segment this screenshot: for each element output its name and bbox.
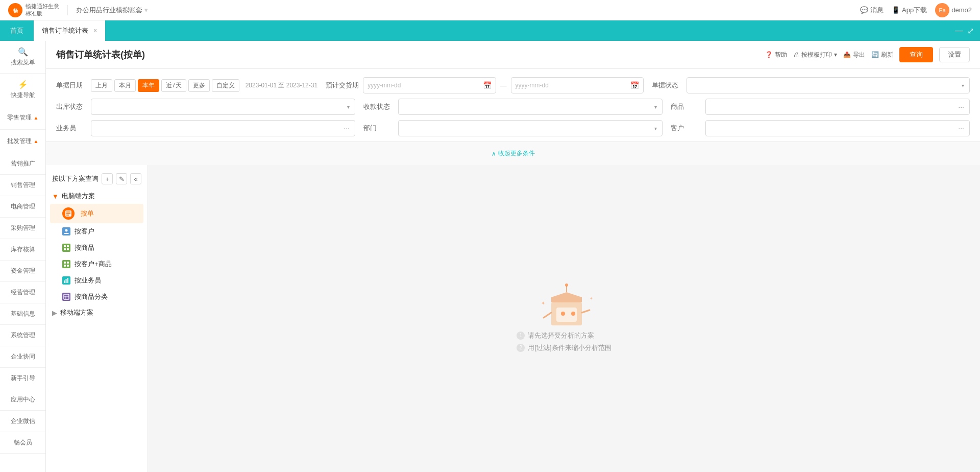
- last7-btn[interactable]: 近7天: [161, 79, 186, 92]
- panel-toolbar: 按以下方案查询 + ✎ «: [46, 171, 148, 188]
- tab-close-btn[interactable]: ×: [93, 27, 97, 34]
- refresh-btn[interactable]: 🔄 刷新: [871, 51, 893, 59]
- order-status-label: 单据状态: [652, 81, 682, 90]
- date-filter-group: 单据日期 上月 本月 本年 近7天 更多 自定义 2023-01-01 至 20…: [56, 79, 317, 92]
- customer-select[interactable]: ···: [705, 120, 970, 136]
- sidebar-item-marketing[interactable]: 营销推广: [0, 153, 45, 175]
- payment-label: 收款状态: [363, 102, 394, 111]
- svg-line-29: [544, 313, 551, 318]
- scheme-item-by-goods[interactable]: 按商品: [50, 240, 143, 256]
- custom-btn[interactable]: 自定义: [212, 79, 239, 92]
- messages-btn[interactable]: 💬 消息: [860, 6, 884, 15]
- edit-scheme-btn[interactable]: ✎: [116, 173, 127, 184]
- scheme-group-mobile-expand-icon: ▶: [52, 309, 57, 317]
- sidebar-item-wechat[interactable]: 企业微信: [0, 411, 45, 432]
- main-layout: 🔍 搜索菜单 ⚡ 快捷导航 零售管理 ▲ 批发管理 ▲ 营销推广 销售管理 电商…: [0, 41, 980, 472]
- expected-date-end[interactable]: yyyy-mm-dd 📅: [511, 77, 644, 93]
- maximize-icon[interactable]: ⤢: [967, 26, 974, 36]
- print-btn[interactable]: 🖨 按模板打印 ▾: [793, 51, 837, 59]
- prev-month-btn[interactable]: 上月: [91, 79, 112, 92]
- salesperson-select[interactable]: ···: [91, 120, 355, 136]
- goods-dots-icon: ···: [958, 103, 964, 111]
- export-icon: 📤: [843, 51, 851, 58]
- date-label: 单据日期: [56, 81, 87, 90]
- order-status-chevron-icon: ▾: [962, 83, 964, 88]
- svg-point-25: [561, 312, 565, 316]
- sidebar-item-guide[interactable]: 新手引导: [0, 368, 45, 389]
- svg-marker-22: [551, 292, 567, 302]
- sidebar-item-operation[interactable]: 经营管理: [0, 282, 45, 303]
- filter-section: 单据日期 上月 本月 本年 近7天 更多 自定义 2023-01-01 至 20…: [46, 69, 980, 141]
- sidebar: 🔍 搜索菜单 ⚡ 快捷导航 零售管理 ▲ 批发管理 ▲ 营销推广 销售管理 电商…: [0, 41, 46, 472]
- svg-rect-12: [67, 262, 69, 264]
- svg-marker-23: [567, 292, 582, 302]
- logo-icon: 畅: [8, 3, 22, 17]
- sidebar-item-finance[interactable]: 资金管理: [0, 261, 45, 282]
- sidebar-item-wholesale[interactable]: 批发管理 ▲: [0, 130, 45, 153]
- sidebar-item-ecommerce[interactable]: 电商管理: [0, 196, 45, 218]
- delivery-status-select[interactable]: ▾: [91, 99, 355, 115]
- payment-status-select[interactable]: ▾: [398, 99, 663, 115]
- logo-area[interactable]: 畅 畅捷通好生意 标准版: [8, 3, 59, 17]
- scheme-item-by-salesperson[interactable]: 按业务员: [50, 272, 143, 289]
- goods-group: 商品 ···: [671, 99, 970, 115]
- sidebar-item-retail[interactable]: 零售管理 ▲: [0, 106, 45, 130]
- sidebar-item-membership[interactable]: 畅会员: [0, 432, 45, 454]
- app-download-btn[interactable]: 📱 App下载: [892, 6, 927, 15]
- help-btn[interactable]: ❓ 帮助: [765, 51, 787, 59]
- payment-chevron-icon: ▾: [654, 104, 657, 110]
- tab-home[interactable]: 首页: [0, 20, 34, 41]
- page-header: 销售订单统计表(按单) ❓ 帮助 🖨 按模板打印 ▾ 📤 导出 🔄 刷新: [46, 41, 980, 69]
- collapse-icon: ∧: [492, 150, 496, 157]
- scheme-item-by-customer[interactable]: 按客户: [50, 223, 143, 240]
- scheme-group-mobile-header[interactable]: ▶ 移动端方案: [50, 305, 143, 320]
- sidebar-item-enterprise[interactable]: 企业协同: [0, 346, 45, 368]
- collapse-btn[interactable]: ∧ 收起更多条件: [492, 145, 535, 162]
- customer-label: 客户: [671, 124, 701, 133]
- collapse-panel-btn[interactable]: «: [130, 173, 141, 184]
- sidebar-item-shortcuts[interactable]: ⚡ 快捷导航: [0, 74, 45, 106]
- scheme-icon-by-customer: [62, 227, 70, 235]
- collapse-bar: ∧ 收起更多条件: [46, 141, 980, 165]
- sidebar-item-purchase[interactable]: 采购管理: [0, 218, 45, 239]
- calendar-end-icon: 📅: [630, 81, 639, 89]
- sidebar-item-search[interactable]: 🔍 搜索菜单: [0, 41, 45, 74]
- query-btn[interactable]: 查询: [899, 47, 933, 62]
- print-icon: 🖨: [793, 51, 799, 58]
- filter-row-1: 单据日期 上月 本月 本年 近7天 更多 自定义 2023-01-01 至 20…: [56, 77, 970, 93]
- scheme-group-pc-header[interactable]: ▼ 电脑端方案: [50, 188, 143, 204]
- search-icon: 🔍: [18, 47, 28, 57]
- logo-text: 畅捷通好生意 标准版: [26, 3, 59, 16]
- sidebar-item-sales[interactable]: 销售管理: [0, 175, 45, 196]
- department-select[interactable]: ▾: [398, 120, 663, 136]
- add-scheme-btn[interactable]: +: [102, 173, 113, 184]
- settings-btn[interactable]: 设置: [939, 47, 970, 62]
- svg-text:✦: ✦: [541, 300, 545, 306]
- user-profile-btn[interactable]: Ea demo2: [935, 3, 972, 17]
- svg-line-30: [582, 310, 590, 313]
- scheme-item-by-customer-goods[interactable]: 按客户+商品: [50, 256, 143, 272]
- scheme-item-by-goods-category[interactable]: 按商品分类: [50, 289, 143, 305]
- svg-rect-14: [67, 265, 69, 267]
- header-left: 畅 畅捷通好生意 标准版 办公用品行业模拟账套 ▾: [8, 3, 148, 17]
- sidebar-item-apps[interactable]: 应用中心: [0, 389, 45, 411]
- export-btn[interactable]: 📤 导出: [843, 51, 865, 59]
- svg-point-28: [565, 284, 568, 287]
- minimize-icon[interactable]: —: [955, 26, 963, 35]
- order-status-select[interactable]: ▾: [687, 77, 970, 93]
- curr-year-btn[interactable]: 本年: [138, 79, 159, 92]
- empty-text-item-2: 2 用[过滤]条件来缩小分析范围: [517, 343, 611, 352]
- curr-month-btn[interactable]: 本月: [114, 79, 136, 92]
- shortcuts-icon: ⚡: [18, 80, 28, 89]
- expected-date-start[interactable]: yyyy-mm-dd 📅: [363, 77, 496, 93]
- more-btn[interactable]: 更多: [188, 79, 210, 92]
- sidebar-item-basic-info[interactable]: 基础信息: [0, 303, 45, 325]
- scheme-item-by-order[interactable]: 按单: [50, 204, 143, 223]
- tab-sales-order-stats[interactable]: 销售订单统计表 ×: [34, 20, 105, 41]
- sidebar-item-inventory[interactable]: 库存核算: [0, 239, 45, 261]
- customer-dots-icon: ···: [958, 124, 964, 132]
- scheme-icon-by-customer-goods: [62, 260, 70, 268]
- sidebar-item-system[interactable]: 系统管理: [0, 325, 45, 346]
- goods-select[interactable]: ···: [705, 99, 970, 115]
- breadcrumb[interactable]: 办公用品行业模拟账套 ▾: [76, 6, 148, 15]
